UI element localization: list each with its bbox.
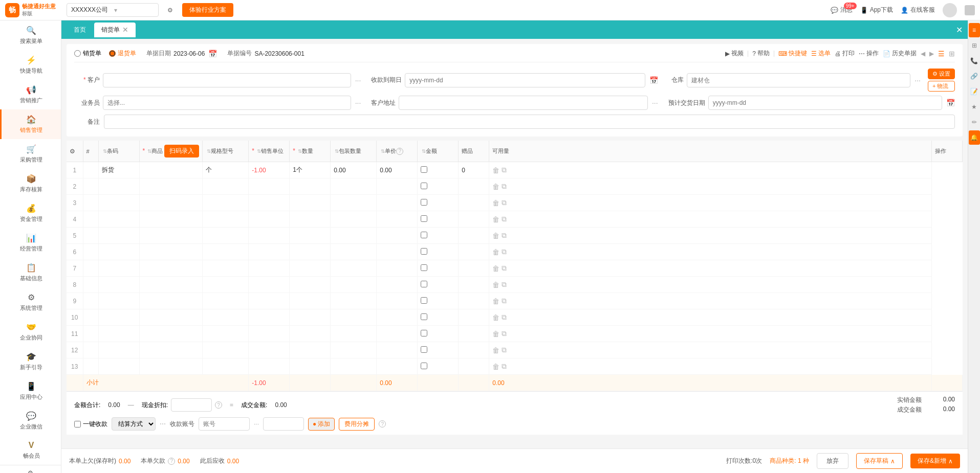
delete-row-btn[interactable]: 🗑	[492, 313, 499, 322]
expected-delivery-input[interactable]	[708, 96, 942, 110]
app-download-btn[interactable]: 📱 App下载	[860, 6, 893, 14]
warehouse-input[interactable]	[687, 73, 911, 87]
customer-dots-btn[interactable]: ···	[355, 76, 361, 84]
save-new-btn[interactable]: 保存&新增 ∧	[910, 454, 960, 468]
select-order-btn[interactable]: ☰ 选单	[811, 49, 831, 58]
date-calendar-icon[interactable]: 📅	[208, 50, 217, 58]
right-panel-grid-btn[interactable]: ⊞	[969, 38, 980, 53]
operations-btn[interactable]: ⋯ 操作	[859, 49, 879, 58]
save-draft-btn[interactable]: 保存草稿 ∧	[856, 453, 903, 469]
delete-row-btn[interactable]: 🗑	[492, 281, 499, 289]
salesperson-dots-btn[interactable]: ···	[355, 99, 361, 107]
cell-spec-1[interactable]	[139, 162, 203, 178]
salesperson-input[interactable]	[103, 96, 351, 110]
help-btn[interactable]: ? 帮助	[752, 49, 770, 58]
discard-btn[interactable]: 放弃	[817, 453, 848, 469]
expense-help-icon[interactable]: ?	[379, 420, 386, 427]
delete-row-btn[interactable]: 🗑	[492, 297, 499, 305]
delete-row-1-btn[interactable]: 🗑	[492, 166, 499, 174]
customer-addr-dots-btn[interactable]: ···	[652, 99, 658, 107]
one-click-payment-checkbox[interactable]: 一键收款	[74, 420, 107, 429]
tab-sales-order[interactable]: 销货单 ✕	[94, 22, 136, 37]
delete-row-btn[interactable]: 🗑	[492, 183, 499, 191]
nav-prev-btn[interactable]: ◀	[921, 50, 925, 57]
messages-btn[interactable]: 💬 消息 99+	[831, 6, 853, 14]
delete-row-btn[interactable]: 🗑	[492, 199, 499, 207]
right-panel-edit-btn[interactable]: ✏	[969, 115, 980, 129]
delete-row-btn[interactable]: 🗑	[492, 248, 499, 256]
view-grid-btn[interactable]: ⊞	[949, 50, 955, 58]
sidebar-item-basic-info[interactable]: 📋 基础信息	[0, 258, 61, 287]
radio-return-order[interactable]: 退货单	[109, 49, 136, 58]
sidebar-item-search[interactable]: 🔍 搜索菜单	[0, 20, 61, 50]
customer-addr-input[interactable]	[399, 96, 648, 110]
one-click-payment-check[interactable]	[74, 421, 81, 427]
sidebar-item-marketing[interactable]: 📢 营销推广	[0, 80, 61, 109]
delete-row-btn[interactable]: 🗑	[492, 232, 499, 240]
copy-row-btn[interactable]: ⧉	[502, 264, 507, 273]
video-btn[interactable]: ▶ 视频	[725, 49, 744, 58]
view-list-btn[interactable]: ☰	[938, 50, 945, 58]
customer-input[interactable]	[103, 73, 351, 87]
copy-row-btn[interactable]: ⧉	[502, 182, 507, 191]
warehouse-dots-btn[interactable]: ···	[914, 76, 921, 84]
right-panel-orange-btn[interactable]: 🔔	[969, 130, 980, 145]
copy-row-btn[interactable]: ⧉	[502, 362, 507, 371]
copy-row-1-btn[interactable]: ⧉	[502, 166, 507, 174]
nav-next-btn[interactable]: ▶	[929, 50, 934, 57]
sidebar-item-apps[interactable]: 📱 应用中心	[0, 376, 61, 406]
scan-barcode-btn[interactable]: 扫码录入	[164, 145, 199, 157]
settings-btn[interactable]: ⚙ 设置	[928, 69, 955, 79]
sidebar-item-guide[interactable]: 🎓 新手引导	[0, 347, 61, 376]
sidebar-item-member[interactable]: V 畅会员	[0, 436, 61, 465]
account-dots[interactable]: ···	[254, 420, 259, 427]
price-help-icon[interactable]: ?	[396, 148, 403, 155]
expected-delivery-calendar-icon[interactable]: 📅	[946, 99, 955, 107]
delete-row-btn[interactable]: 🗑	[492, 330, 499, 338]
sidebar-item-system[interactable]: ⚙ 系统管理	[0, 287, 61, 317]
print-btn[interactable]: 🖨 打印	[835, 49, 855, 58]
payment-method-select[interactable]: 结算方式	[112, 417, 156, 431]
sidebar-item-quicknav[interactable]: ⚡ 快捷导航	[0, 50, 61, 80]
note-input[interactable]	[104, 115, 955, 129]
cell-gift-1[interactable]	[418, 162, 459, 178]
copy-row-btn[interactable]: ⧉	[502, 231, 507, 240]
cash-discount-input[interactable]	[171, 398, 212, 412]
delete-row-btn[interactable]: 🗑	[492, 215, 499, 223]
amount-input[interactable]	[263, 417, 304, 431]
sidebar-item-wechat[interactable]: 💬 企业微信	[0, 406, 61, 436]
history-btn[interactable]: 📄 历史单据	[883, 49, 917, 58]
tab-close-all-btn[interactable]: ✕	[956, 25, 963, 35]
sidebar-item-collab[interactable]: 🤝 企业协同	[0, 317, 61, 347]
payment-due-calendar-icon[interactable]: 📅	[649, 76, 658, 84]
expense-split-btn[interactable]: 费用分摊	[339, 418, 375, 431]
col-settings-icon[interactable]: ⚙	[70, 148, 75, 155]
sidebar-item-sales[interactable]: 🏠 销售管理	[0, 109, 61, 139]
copy-row-btn[interactable]: ⧉	[502, 313, 507, 322]
radio-sales-order[interactable]: 销货单	[74, 49, 101, 58]
settings-icon[interactable]: ⚙	[163, 3, 177, 17]
debt-help-icon[interactable]: ?	[168, 458, 175, 465]
sidebar-item-finance[interactable]: 💰 资金管理	[0, 198, 61, 228]
shortcut-btn[interactable]: ⌨ 快捷键	[778, 49, 807, 58]
right-panel-star-btn[interactable]: ★	[969, 100, 980, 114]
sidebar-item-operations[interactable]: 📊 经营管理	[0, 228, 61, 258]
online-service-btn[interactable]: 👤 在线客服	[901, 6, 935, 14]
delete-row-btn[interactable]: 🗑	[492, 363, 499, 371]
right-panel-list-btn[interactable]: ≡	[969, 23, 980, 37]
right-panel-phone-btn[interactable]: 📞	[969, 54, 980, 68]
copy-row-btn[interactable]: ⧉	[502, 329, 507, 338]
add-payment-btn[interactable]: ● 添加	[308, 418, 335, 431]
sidebar-item-purchase[interactable]: 🛒 采购管理	[0, 139, 61, 169]
copy-row-btn[interactable]: ⧉	[502, 346, 507, 354]
payment-method-dots[interactable]: ⋯	[160, 420, 166, 427]
delete-row-btn[interactable]: 🗑	[492, 346, 499, 354]
right-panel-note-btn[interactable]: 📝	[969, 84, 980, 99]
sidebar-settings-btn[interactable]: ⚙	[0, 465, 61, 473]
copy-row-btn[interactable]: ⧉	[502, 297, 507, 305]
trial-btn[interactable]: 体验行业方案	[182, 3, 233, 17]
cell-qty-1[interactable]: -1.00	[249, 162, 290, 178]
copy-row-btn[interactable]: ⧉	[502, 215, 507, 223]
logistics-btn[interactable]: + 物流	[928, 81, 955, 92]
payment-due-input[interactable]	[405, 73, 645, 87]
